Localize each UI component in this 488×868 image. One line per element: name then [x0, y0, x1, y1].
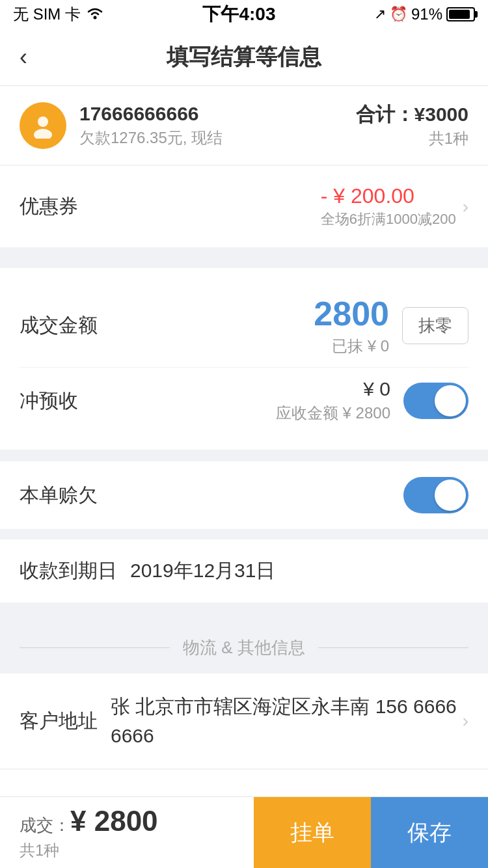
- bottom-deal-amount: ¥ 2800: [70, 805, 158, 837]
- svg-point-1: [38, 116, 48, 127]
- debt-toggle[interactable]: [403, 477, 468, 513]
- bottom-summary: 成交：¥ 2800 共1种: [0, 805, 254, 861]
- status-left: 无 SIM 卡: [13, 4, 104, 25]
- amount-value: 2800: [314, 294, 389, 333]
- amount-section: 成交金额 2800 已抹 ¥ 0 抹零 冲预收 ¥ 0 应收金额 ¥ 2800: [0, 268, 488, 450]
- amount-label: 成交金额: [20, 312, 98, 339]
- prepay-sub: 应收金额 ¥ 2800: [276, 403, 390, 424]
- address-arrow-icon: ›: [463, 711, 468, 731]
- amount-sub: 已抹 ¥ 0: [314, 336, 389, 357]
- prepay-amount: ¥ 0: [276, 378, 390, 400]
- battery-percent: 91%: [411, 5, 442, 23]
- due-date-value: 2019年12月31日: [130, 558, 275, 584]
- coupon-amount: - ¥ 200.00: [321, 184, 456, 208]
- status-time: 下午4:03: [202, 2, 275, 27]
- user-phone: 17666666666: [79, 103, 223, 125]
- prepay-toggle[interactable]: [403, 383, 468, 419]
- logistics-label: 物流 & 其他信息: [183, 636, 305, 659]
- round-button[interactable]: 抹零: [402, 307, 468, 344]
- coupon-label: 优惠券: [20, 193, 78, 220]
- logistics-divider: 物流 & 其他信息: [0, 623, 488, 672]
- total-amount: 合计：¥3000: [356, 102, 468, 128]
- section-separator: [0, 258, 488, 268]
- bottom-count: 共1种: [20, 840, 234, 861]
- user-debt: 欠款1276.35元, 现结: [79, 128, 223, 148]
- avatar: [20, 102, 66, 149]
- carrier-label: 无 SIM 卡: [13, 4, 81, 25]
- status-right: ↗ ⏰ 91%: [374, 5, 475, 23]
- status-bar: 无 SIM 卡 下午4:03 ↗ ⏰ 91%: [0, 0, 488, 29]
- user-info-card: 17666666666 欠款1276.35元, 现结 合计：¥3000 共1种: [0, 86, 488, 165]
- debt-section: 本单赊欠: [0, 461, 488, 529]
- coupon-arrow-icon: ›: [463, 197, 468, 217]
- address-section[interactable]: 客户地址 张 北京市市辖区海淀区永丰南 156 6666 6666 ›: [0, 673, 488, 768]
- section-separator-2: [0, 451, 488, 461]
- due-date-label: 收款到期日: [20, 558, 117, 584]
- coupon-row[interactable]: 优惠券 - ¥ 200.00 全场6折满1000减200 ›: [0, 166, 488, 247]
- hang-button[interactable]: 挂单: [254, 797, 371, 869]
- debt-toggle-knob: [435, 480, 466, 511]
- page-title: 填写结算等信息: [167, 42, 321, 72]
- prepay-label: 冲预收: [20, 388, 78, 414]
- deal-amount-row: 成交金额 2800 已抹 ¥ 0 抹零: [20, 284, 468, 367]
- save-button[interactable]: 保存: [371, 797, 488, 869]
- svg-point-2: [34, 129, 52, 139]
- coupon-desc: 全场6折满1000减200: [321, 210, 456, 229]
- address-value: 张 北京市市辖区海淀区永丰南 156 6666 6666: [111, 692, 463, 750]
- address-label: 客户地址: [20, 708, 98, 735]
- location-icon: ↗: [374, 6, 386, 23]
- due-date-section: 收款到期日 2019年12月31日: [0, 539, 488, 603]
- toggle-knob: [435, 385, 466, 416]
- total-count: 共1种: [356, 128, 468, 149]
- debt-label: 本单赊欠: [20, 482, 98, 509]
- bottom-bar: 成交：¥ 2800 共1种 挂单 保存: [0, 796, 488, 868]
- back-button[interactable]: ‹: [20, 44, 27, 71]
- svg-point-0: [94, 16, 97, 20]
- main-content: 17666666666 欠款1276.35元, 现结 合计：¥3000 共1种 …: [0, 86, 488, 868]
- alarm-icon: ⏰: [390, 6, 407, 23]
- wifi-icon: [86, 5, 104, 23]
- nav-bar: ‹ 填写结算等信息: [0, 29, 488, 86]
- section-separator-3: [0, 613, 488, 623]
- bottom-deal-label: 成交：: [20, 815, 70, 835]
- battery-icon: [446, 7, 475, 21]
- prepay-row: 冲预收 ¥ 0 应收金额 ¥ 2800: [20, 367, 468, 434]
